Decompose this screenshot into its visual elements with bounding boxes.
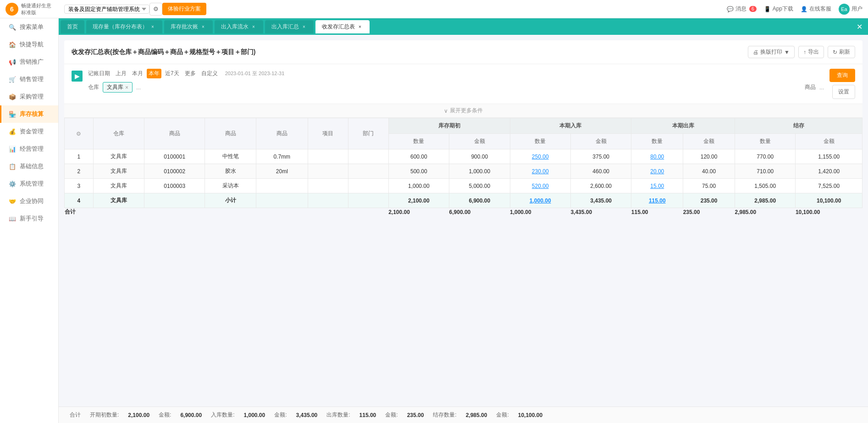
row-in-qty[interactable]: 520.00 <box>510 179 570 193</box>
date-btn-more[interactable]: 更多 <box>183 69 198 78</box>
col-code-header: 商品 <box>144 118 205 149</box>
bottom-in-amt: 3,435.00 <box>296 412 318 418</box>
message-badge: 6 <box>749 6 757 12</box>
row-spec <box>256 179 308 193</box>
sidebar-item-search[interactable]: 🔍 搜索菜单 <box>0 18 58 36</box>
tab-recv-send-summary[interactable]: 收发存汇总表 × <box>315 20 370 33</box>
goods-more-btn[interactable]: ... <box>819 84 824 91</box>
sub-out-qty: 115.00 <box>631 193 683 208</box>
row-in-amt: 375.00 <box>570 149 631 164</box>
warehouse-label: 仓库 <box>88 83 99 91</box>
user-avatar-item[interactable]: Ea 用户 <box>839 4 862 15</box>
tab-batch-account[interactable]: 库存批次账 × <box>164 20 213 33</box>
row-dept <box>348 179 388 193</box>
row-open-amt: 900.00 <box>449 149 510 164</box>
sidebar-item-sales[interactable]: 🛒 销售管理 <box>0 71 58 88</box>
row-in-amt: 2,600.00 <box>570 179 631 193</box>
print-button[interactable]: 🖨 换版打印 ▼ <box>748 46 795 58</box>
date-shortcuts: 上月 本月 本年 近7天 更多 自定义 <box>114 69 220 78</box>
row-warehouse: 文具库 <box>93 149 144 164</box>
date-btn-last-month[interactable]: 上月 <box>114 69 128 78</box>
row-in-qty[interactable]: 250.00 <box>510 149 570 164</box>
row-project <box>308 164 348 179</box>
service-icon: 👤 <box>801 6 807 12</box>
sidebar-item-finance[interactable]: 💰 资金管理 <box>0 123 58 140</box>
col-name-header: 商品 <box>205 118 256 149</box>
tab-inventory-dist[interactable]: 现存量（库存分布表） × <box>86 20 162 33</box>
row-out-qty[interactable]: 80.00 <box>631 149 683 164</box>
col-open-qty: 数量 <box>388 134 449 149</box>
date-btn-7days[interactable]: 近7天 <box>163 69 181 78</box>
tab-close-in-out-summary[interactable]: × <box>301 23 307 30</box>
close-all-tabs-button[interactable]: ✕ <box>853 22 866 31</box>
col-warehouse-header: 仓库 <box>93 118 144 149</box>
sidebar-item-operations[interactable]: 📊 经营管理 <box>0 140 58 158</box>
filter-expand-button[interactable]: ▶ <box>72 71 83 82</box>
logo-area: 6 畅捷通好生意 标准版 <box>6 2 64 16</box>
query-button[interactable]: 查询 <box>829 69 855 82</box>
row-open-qty: 500.00 <box>388 164 449 179</box>
sub-dept <box>348 193 388 208</box>
filter-settings-button[interactable]: 设置 <box>832 85 855 99</box>
sidebar-item-quick-nav[interactable]: 🏠 快捷导航 <box>0 36 58 53</box>
system-title-select[interactable]: 装备及固定资产辅助管理系统 <box>64 5 149 14</box>
content-panel: 收发存汇总表(按仓库＋商品编码＋商品＋规格型号＋项目＋部门) 🖨 换版打印 ▼ … <box>64 40 862 216</box>
row-open-amt: 5,000.00 <box>449 179 510 193</box>
total-label: 合计 <box>65 208 389 216</box>
total-in-amt: 3,435.00 <box>570 208 631 216</box>
total-open-qty: 2,100.00 <box>388 208 449 216</box>
bottom-total-bar: 合计 开期初数量:2,100.00 金额:6,900.00 入库数量:1,000… <box>64 411 548 419</box>
subtotal-row: 4 文具库 小计 2,100.00 6,900.00 1,000.00 3,43… <box>65 193 862 208</box>
sidebar-item-purchase[interactable]: 📦 采购管理 <box>0 88 58 105</box>
avatar: Ea <box>839 4 850 15</box>
total-close-qty: 2,985.00 <box>735 208 796 216</box>
sub-warehouse: 文具库 <box>93 193 144 208</box>
warehouse-more-btn[interactable]: ... <box>136 84 141 91</box>
bottom-bar: 合计 开期初数量:2,100.00 金额:6,900.00 入库数量:1,000… <box>59 407 868 423</box>
tab-close-in-out-flow[interactable]: × <box>250 23 257 30</box>
row-close-qty: 1,505.00 <box>735 179 796 193</box>
col-settings[interactable]: ⚙ <box>65 118 94 149</box>
sub-code <box>144 193 205 208</box>
tab-close-recv-send-summary[interactable]: × <box>357 23 363 30</box>
sidebar-item-system[interactable]: ⚙️ 系统管理 <box>0 175 58 192</box>
sub-open-amt: 6,900.00 <box>449 193 510 208</box>
table-row: 1 文具库 0100001 中性笔 0.7mm 600.00 900.00 25… <box>65 149 862 164</box>
tab-in-out-summary[interactable]: 出入库汇总 × <box>265 20 314 33</box>
message-icon-item[interactable]: 💬 消息 6 <box>727 5 757 13</box>
tab-close-batch-account[interactable]: × <box>200 23 206 30</box>
purchase-icon: 📦 <box>9 93 16 100</box>
warehouse-tag[interactable]: 文具库 × <box>103 82 133 93</box>
app-download-item[interactable]: 📱 App下载 <box>764 5 793 13</box>
date-btn-this-month[interactable]: 本月 <box>130 69 145 78</box>
date-btn-custom[interactable]: 自定义 <box>199 69 220 78</box>
row-out-qty[interactable]: 15.00 <box>631 179 683 193</box>
main-content: 收发存汇总表(按仓库＋商品编码＋商品＋规格型号＋项目＋部门) 🖨 换版打印 ▼ … <box>59 35 868 407</box>
expand-more-link[interactable]: ∨ 展开更多条件 <box>444 107 483 115</box>
col-close-qty: 数量 <box>735 134 796 149</box>
date-btn-this-year[interactable]: 本年 <box>147 69 161 78</box>
sidebar-item-basic-info[interactable]: 📋 基础信息 <box>0 158 58 175</box>
sidebar-item-guide[interactable]: 📖 新手引导 <box>0 210 58 227</box>
try-industry-button[interactable]: 体验行业方案 <box>162 3 206 15</box>
total-in-qty: 1,000.00 <box>510 208 570 216</box>
print-icon: 🖨 <box>753 49 758 55</box>
refresh-button[interactable]: ↻ 刷新 <box>828 46 855 58</box>
filter-warehouse-row: 仓库 文具库 × ... 商品 ... <box>88 82 824 93</box>
tab-home[interactable]: 首页 <box>61 20 84 33</box>
warehouse-remove-icon[interactable]: × <box>125 84 128 91</box>
expand-more-bar: ∨ 展开更多条件 <box>64 104 862 118</box>
query-action-area: 查询 设置 <box>829 69 855 99</box>
sidebar-item-marketing[interactable]: 📢 营销推广 <box>0 53 58 71</box>
settings-icon-button[interactable]: ⚙ <box>149 3 162 16</box>
tab-in-out-flow[interactable]: 出入库流水 × <box>215 20 263 33</box>
tab-close-inventory-dist[interactable]: × <box>149 23 156 30</box>
sidebar-item-enterprise[interactable]: 🤝 企业协同 <box>0 192 58 210</box>
row-out-qty[interactable]: 20.00 <box>631 164 683 179</box>
row-name: 采访本 <box>205 179 256 193</box>
sidebar-item-inventory[interactable]: 🏪 库存核算 <box>0 105 58 123</box>
bottom-open-qty: 2,100.00 <box>128 412 149 418</box>
online-service-item[interactable]: 👤 在线客服 <box>801 5 831 13</box>
row-in-qty[interactable]: 230.00 <box>510 164 570 179</box>
export-button[interactable]: ↑ 导出 <box>798 46 824 58</box>
